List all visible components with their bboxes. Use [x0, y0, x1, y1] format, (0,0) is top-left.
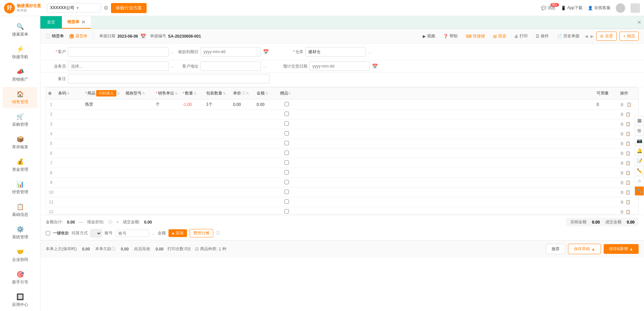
row-pack-qty[interactable]: 1个	[204, 100, 231, 110]
copy-icon[interactable]: 📋	[626, 209, 631, 214]
customer-dots[interactable]: ...	[171, 49, 174, 54]
delete-icon[interactable]: 🗑	[620, 131, 624, 136]
window-close-icon[interactable]: ✕	[637, 20, 641, 25]
delete-icon[interactable]: 🗑	[620, 151, 624, 156]
tab-sales-order[interactable]: 销货单 ✕	[62, 16, 91, 29]
row-barcode[interactable]	[56, 100, 83, 110]
delete-icon[interactable]: 🗑	[620, 102, 624, 107]
copy-icon[interactable]: 📋	[626, 200, 631, 204]
row-gift[interactable]	[278, 100, 295, 110]
right-tool-3[interactable]: 📷	[635, 136, 644, 145]
row-unit-price[interactable]: 0.00	[231, 100, 255, 110]
copy-icon[interactable]: 📋	[627, 102, 632, 107]
delete-icon[interactable]: 🗑	[620, 141, 624, 146]
print-btn[interactable]: 🖨 打印	[512, 32, 530, 40]
sidebar-item-inventory[interactable]: 📦 库存核算	[3, 132, 37, 153]
row-amount[interactable]: 0.00	[255, 100, 278, 110]
delete-icon[interactable]: 🗑	[620, 200, 624, 204]
sidebar-item-guide[interactable]: 🎯 新手引导	[3, 267, 37, 288]
copy-icon[interactable]: 📋	[626, 190, 631, 195]
delete-icon[interactable]: 🗑	[620, 122, 624, 126]
settlement-method-select[interactable]	[90, 229, 102, 237]
copy-icon[interactable]: 📋	[626, 151, 631, 156]
video-btn[interactable]: ▶ 视频	[420, 32, 438, 40]
sidebar-item-sales[interactable]: 🏠 销售管理	[3, 87, 37, 108]
delete-icon[interactable]: 🗑	[620, 209, 624, 214]
scan-button[interactable]: 扫码录入	[96, 90, 116, 96]
gear-icon[interactable]: ⚙	[104, 5, 108, 11]
save-draft-button[interactable]: 保存草稿 ▲	[568, 244, 601, 254]
sidebar-item-search[interactable]: 🔍 搜索菜单	[3, 20, 37, 41]
sidebar-item-purchase[interactable]: 🛒 采购管理	[3, 110, 37, 131]
copy-icon[interactable]: 📋	[626, 122, 631, 126]
radio-return-order[interactable]: 退货单	[69, 33, 87, 39]
logistics-button[interactable]: + 物流	[619, 32, 639, 41]
tab-close-icon[interactable]: ✕	[81, 20, 85, 25]
help-btn[interactable]: ❓ 帮助	[441, 32, 460, 40]
abandon-button[interactable]: 放弃	[546, 244, 565, 254]
sidebar-item-quick-nav[interactable]: ⚡ 快捷导航	[3, 42, 37, 63]
copy-icon[interactable]: 📋	[626, 161, 631, 165]
dots-icon-account[interactable]: ...	[152, 231, 155, 236]
row-unit[interactable]: 个	[154, 100, 181, 110]
company-selector[interactable]: XXXXXX公司 ▼	[47, 3, 101, 12]
delete-icon[interactable]: 🗑	[620, 190, 624, 195]
payment-due-input[interactable]	[200, 47, 261, 56]
copy-icon[interactable]: 📋	[626, 141, 631, 146]
sidebar-item-operations[interactable]: 📊 经营管理	[3, 177, 37, 198]
sidebar-item-system[interactable]: ⚙️ 系统管理	[3, 222, 37, 243]
expense-info-icon[interactable]: ⓘ	[216, 230, 220, 236]
customer-address-input[interactable]	[200, 62, 261, 71]
delete-icon[interactable]: 🗑	[620, 170, 624, 175]
avatar-2[interactable]	[631, 3, 640, 13]
order-owed-info[interactable]: ⓘ	[111, 246, 115, 251]
expected-delivery-input[interactable]	[309, 62, 370, 71]
sidebar-item-marketing[interactable]: 📣 营销推广	[3, 65, 37, 86]
add-payment-button[interactable]: ● 添加	[168, 229, 187, 237]
discount-info-icon[interactable]: ⓘ	[108, 219, 112, 225]
sidebar-item-finance[interactable]: 💰 资金管理	[3, 155, 37, 176]
app-download-btn[interactable]: 📱 App下载	[561, 5, 582, 11]
radio-sales-order[interactable]: 销货单	[46, 33, 64, 39]
calendar-icon-delivery[interactable]: 📅	[372, 64, 378, 69]
right-tool-2[interactable]: ⊞	[635, 126, 644, 135]
row-product[interactable]: 拣货	[83, 100, 123, 110]
nav-prev-icon[interactable]: ◀	[585, 34, 588, 39]
copy-icon[interactable]: 📋	[626, 131, 631, 136]
row-quantity[interactable]: -1.00	[181, 100, 204, 110]
online-service-btn[interactable]: 👤 在线客服	[588, 5, 610, 11]
expense-button[interactable]: 费用分摊	[190, 229, 213, 237]
copy-icon[interactable]: 📋	[626, 170, 631, 175]
right-tool-6[interactable]: ✏️	[635, 166, 644, 176]
copy-icon[interactable]: 📋	[626, 112, 631, 117]
row-remark[interactable]	[295, 100, 595, 110]
remarks-input[interactable]	[68, 74, 270, 83]
nav-next-icon[interactable]: ▶	[591, 34, 594, 39]
save-new-button[interactable]: 保存&新增 ▲	[604, 244, 639, 254]
salesperson-input[interactable]	[68, 62, 169, 71]
product-type-checkbox-icon[interactable]: ☑	[195, 247, 199, 251]
copy-icon[interactable]: 📋	[626, 180, 631, 185]
delete-icon[interactable]: 🗑	[620, 161, 624, 165]
sidebar-item-cooperation[interactable]: 🤝 企业协同	[3, 245, 37, 266]
avatar[interactable]	[616, 3, 625, 13]
warehouse-input[interactable]	[305, 47, 366, 56]
history-btn[interactable]: 📄 历史单据	[554, 32, 582, 40]
account-input[interactable]	[115, 230, 149, 237]
customer-address-dots[interactable]: ...	[263, 64, 266, 69]
row-spec[interactable]	[123, 100, 154, 110]
calendar-icon-payment[interactable]: 📅	[263, 49, 269, 54]
one-click-payment-checkbox[interactable]	[46, 231, 50, 235]
right-tool-8[interactable]: 🔧	[635, 186, 644, 196]
sidebar-item-basic-info[interactable]: 📋 基础信息	[3, 200, 37, 221]
right-tool-7[interactable]: ☆	[635, 176, 644, 186]
operate-btn[interactable]: ☰ 操作	[533, 32, 552, 40]
tab-home[interactable]: 首页	[40, 16, 62, 29]
customer-input[interactable]	[68, 47, 169, 56]
calendar-icon-date[interactable]: 📅	[140, 34, 146, 39]
filter-btn[interactable]: ▤ 筛选	[490, 32, 509, 40]
col-config[interactable]: ⚙	[46, 87, 56, 100]
right-tool-1[interactable]: ▦	[635, 116, 644, 125]
delete-icon[interactable]: 🗑	[620, 180, 624, 185]
shortcut-btn[interactable]: ⌨ 快捷键	[463, 32, 488, 40]
